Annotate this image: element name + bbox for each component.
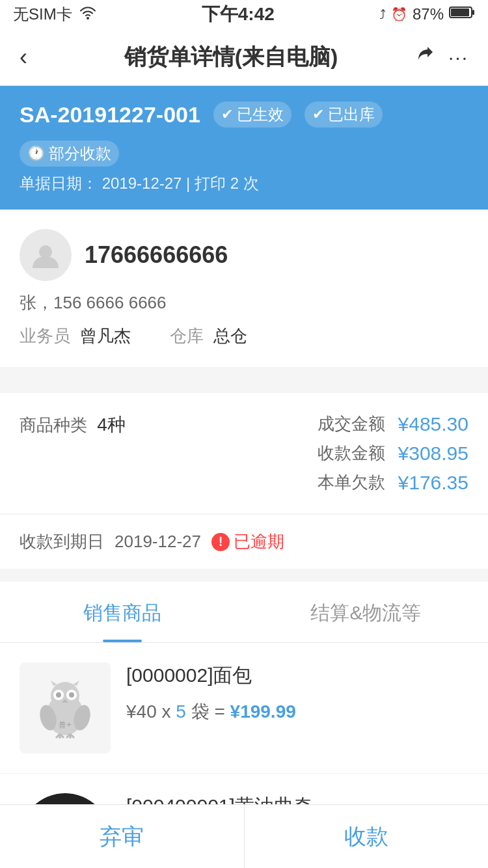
svg-point-9: [69, 692, 74, 698]
stats-section: 商品种类 4种 成交金额 ¥485.30 收款金额 ¥308.95 本单欠款 ¥…: [0, 393, 488, 513]
location-icon: ⤴: [379, 7, 386, 22]
carrier-text: 无SIM卡: [13, 4, 72, 25]
page-title: 销货单详情(来自电脑): [59, 42, 403, 72]
bottom-bar: 弃审 收款: [0, 804, 488, 868]
amount-label: 成交金额: [318, 413, 385, 435]
cancel-button[interactable]: 弃审: [0, 805, 245, 868]
tab-sales-products[interactable]: 销售商品: [0, 582, 244, 642]
received-value: ¥308.95: [398, 442, 468, 465]
order-date: 2019-12-27: [102, 174, 182, 192]
battery-icon: [449, 5, 475, 23]
clock-icon: 🕐: [27, 145, 45, 162]
type-label: 商品种类: [20, 415, 87, 435]
back-button[interactable]: ‹: [20, 44, 59, 71]
status-bar: 无SIM卡 下午4:42 ⤴ ⏰ 87%: [0, 0, 488, 29]
print-unit: 次: [243, 174, 259, 192]
confirm-button[interactable]: 收款: [245, 805, 489, 868]
price-qty-1: 5: [176, 701, 186, 722]
order-status-row: SA-20191227-001 ✔ 已生效 ✔ 已出库 🕐 部分收款: [20, 102, 468, 167]
status-time: 下午4:42: [202, 2, 275, 27]
customer-section: 17666666666 张，156 6666 6666 业务员 曾凡杰 仓库 总…: [0, 210, 488, 367]
due-date-value: 2019-12-27: [115, 532, 201, 552]
sales-info: 业务员 曾凡杰: [20, 325, 131, 347]
tabs: 销售商品 结算&物流等: [0, 582, 488, 643]
due-date-label: 收款到期日: [20, 530, 104, 553]
product-item: 兽+ [0000002]面包 ¥40 x 5 袋 = ¥199.99: [0, 643, 488, 774]
price-unit-1: 袋: [191, 701, 210, 722]
print-label: | 打印: [186, 174, 226, 192]
battery-text: 87%: [413, 5, 444, 23]
order-date-row: 单据日期： 2019-12-27 | 打印 2 次: [20, 173, 468, 194]
customer-info-row: 17666666666: [20, 229, 468, 281]
customer-phone[interactable]: 17666666666: [85, 241, 228, 269]
due-row: 本单欠款 ¥176.35: [318, 471, 468, 494]
check-icon-1: ✔: [221, 106, 233, 123]
sales-label: 业务员: [20, 326, 70, 346]
alarm-icon: ⏰: [391, 7, 407, 22]
status-shipped: ✔ 已出库: [305, 102, 383, 128]
print-count: 2: [230, 174, 239, 192]
price-base-1: ¥40: [126, 701, 157, 722]
received-row: 收款金额 ¥308.95: [318, 442, 468, 465]
due-date-section: 收款到期日 2019-12-27 ! 已逾期: [0, 514, 488, 569]
date-label: 单据日期：: [20, 174, 98, 192]
amount-value: ¥485.30: [398, 413, 468, 435]
nav-bar: ‹ 销货单详情(来自电脑) ···: [0, 29, 488, 86]
due-value: ¥176.35: [398, 472, 468, 494]
overdue-icon: !: [211, 533, 230, 551]
svg-rect-2: [472, 10, 474, 15]
more-icon[interactable]: ···: [448, 46, 468, 68]
sales-value: 曾凡杰: [80, 326, 131, 346]
check-icon-2: ✔: [312, 106, 324, 123]
order-header: SA-20191227-001 ✔ 已生效 ✔ 已出库 🕐 部分收款 单据日期：…: [0, 86, 488, 210]
product-name-1: [0000002]面包: [126, 662, 468, 689]
divider-1: [0, 380, 488, 393]
status-left: 无SIM卡: [13, 4, 97, 25]
customer-meta: 业务员 曾凡杰 仓库 总仓: [20, 325, 468, 347]
amount-row: 成交金额 ¥485.30: [318, 413, 468, 435]
avatar: [20, 229, 72, 281]
warehouse-value: 总仓: [213, 326, 247, 346]
nav-actions: ···: [403, 44, 468, 70]
financial-stats: 成交金额 ¥485.30 收款金额 ¥308.95 本单欠款 ¥176.35: [318, 413, 468, 494]
tab-settlement[interactable]: 结算&物流等: [244, 582, 488, 642]
product-info-1: [0000002]面包 ¥40 x 5 袋 = ¥199.99: [126, 662, 468, 724]
warehouse-info: 仓库 总仓: [170, 325, 247, 347]
wifi-icon: [79, 5, 97, 23]
svg-text:兽+: 兽+: [59, 720, 71, 729]
overdue-badge: ! 已逾期: [211, 530, 284, 553]
svg-rect-1: [451, 8, 469, 16]
order-id: SA-20191227-001: [20, 102, 200, 128]
status-partial-payment: 🕐 部分收款: [20, 141, 119, 167]
status-right: ⤴ ⏰ 87%: [379, 5, 475, 23]
type-value: 4种: [97, 414, 126, 435]
product-price-1: ¥40 x 5 袋 = ¥199.99: [126, 699, 468, 724]
share-icon[interactable]: [414, 44, 435, 70]
customer-name-phone: 张，156 6666 6666: [20, 292, 468, 314]
warehouse-label: 仓库: [170, 326, 204, 346]
status-effective: ✔ 已生效: [213, 102, 291, 128]
overdue-text: 已逾期: [234, 530, 284, 553]
received-label: 收款金额: [318, 442, 385, 465]
product-count: 商品种类 4种: [20, 413, 126, 437]
product-image-1: 兽+: [20, 662, 111, 753]
svg-point-8: [56, 692, 61, 698]
due-label: 本单欠款: [318, 471, 385, 494]
price-total-1: ¥199.99: [230, 701, 296, 722]
